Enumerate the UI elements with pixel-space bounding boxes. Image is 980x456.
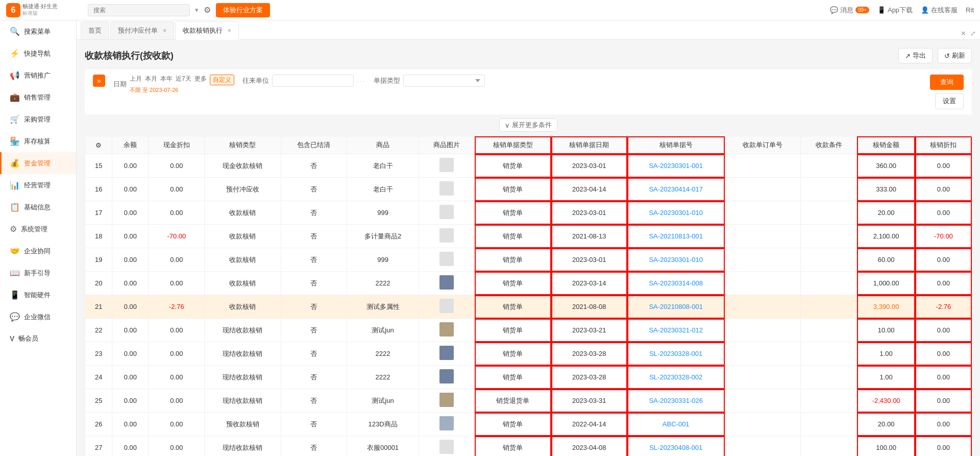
bill-no-link[interactable]: SA-20230331-026 xyxy=(649,397,703,404)
sidebar-item-shortcut[interactable]: ⚡ 快捷导航 xyxy=(0,42,76,64)
cell-bill-no[interactable]: SA-20230301-010 xyxy=(627,201,725,225)
app-badge: 标准版 xyxy=(22,10,58,17)
sidebar-item-guide[interactable]: 📖 新手引导 xyxy=(0,262,76,284)
cell-bill-no[interactable]: SL-20230408-001 xyxy=(627,436,725,457)
cell-bill-date: 2021-08-08 xyxy=(551,295,627,319)
bill-no-link[interactable]: SL-20230408-001 xyxy=(649,444,702,451)
tab-close-all-icon[interactable]: ✕ xyxy=(961,30,966,37)
cell-goods: 2222 xyxy=(347,272,419,295)
cell-bill-no[interactable]: SA-20230331-026 xyxy=(627,389,725,413)
cell-receipt-condition xyxy=(801,154,857,178)
date-more[interactable]: 更多 xyxy=(194,75,207,85)
guide-icon: 📖 xyxy=(10,268,20,278)
date-last-month[interactable]: 上月 xyxy=(130,75,142,85)
app-download-btn[interactable]: 📱 App下载 xyxy=(877,6,913,15)
cell-bill-type: 销货退货单 xyxy=(475,389,551,413)
user-name-btn[interactable]: Rit xyxy=(966,6,974,14)
export-label: 导出 xyxy=(913,51,926,60)
download-icon: 📱 xyxy=(877,6,886,14)
cell-writeoff-amount: 1.00 xyxy=(857,366,915,389)
cell-bill-no[interactable]: SL-20230328-001 xyxy=(627,342,725,366)
expand-icon: ∨ xyxy=(505,122,510,129)
sidebar-item-purchase[interactable]: 🛒 采购管理 xyxy=(0,108,76,130)
online-service-btn[interactable]: 👤 在线客服 xyxy=(921,6,958,15)
cell-bill-no[interactable]: SA-20230321-012 xyxy=(627,319,725,342)
filter-date-links: 上月 本月 本年 近7天 更多 自定义 不限 至 2023-07-26 xyxy=(130,75,234,94)
col-header-goods: 商品 xyxy=(347,136,419,154)
col-header-receipt-order-no: 收款单订单号 xyxy=(725,136,801,154)
cell-bill-no[interactable]: SA-20230301-001 xyxy=(627,154,725,178)
cell-num: 24 xyxy=(85,366,112,389)
bill-no-link[interactable]: SL-20230328-002 xyxy=(649,373,702,381)
sidebar-item-inventory[interactable]: 🏪 库存核算 xyxy=(0,130,76,152)
query-btn[interactable]: 查询 xyxy=(930,75,964,90)
sidebar-item-collab[interactable]: 🤝 企业协同 xyxy=(0,240,76,262)
cell-balance: 0.00 xyxy=(112,225,149,248)
cell-writeoff-discount: -2.76 xyxy=(915,295,971,319)
sidebar-item-marketing[interactable]: 📢 营销推广 xyxy=(0,64,76,86)
from-unit-input[interactable] xyxy=(272,75,354,87)
cell-include-settled: 否 xyxy=(281,225,347,248)
tab-prepay[interactable]: 预付冲应付单 × xyxy=(110,21,174,39)
sidebar-item-operation[interactable]: 📊 经营管理 xyxy=(0,174,76,196)
date-this-month[interactable]: 本月 xyxy=(145,75,157,85)
export-btn[interactable]: ↗ 导出 xyxy=(898,48,933,63)
cell-bill-no[interactable]: SL-20230328-002 xyxy=(627,366,725,389)
table-row: 15 0.00 0.00 现金收款核销 否 老白干 销货单 2023-03-01… xyxy=(85,154,972,178)
filter-toggle-btn[interactable]: » xyxy=(93,75,105,87)
cell-bill-no[interactable]: SA-20230314-008 xyxy=(627,272,725,295)
dropdown-arrow[interactable]: ▾ xyxy=(195,6,199,14)
sidebar-label-purchase: 采购管理 xyxy=(24,115,51,124)
cell-bill-no[interactable]: SA-20230301-010 xyxy=(627,248,725,272)
sidebar-label-operation: 经营管理 xyxy=(24,181,51,190)
sidebar-item-vip[interactable]: V 畅会员 xyxy=(0,328,76,349)
sidebar-item-sales[interactable]: 💼 销售管理 xyxy=(0,86,76,108)
expand-more-btn[interactable]: ∨ 展开更多条件 xyxy=(499,118,557,132)
cell-writeoff-discount: 0.00 xyxy=(915,201,971,225)
sidebar-item-search[interactable]: 🔍 搜索菜单 xyxy=(0,20,76,42)
bill-no-link[interactable]: SA-20230414-017 xyxy=(649,185,703,193)
col-header-bill-date: 核销单据日期 xyxy=(551,136,627,154)
cell-bill-no[interactable]: SA-20230414-017 xyxy=(627,178,725,201)
sidebar-item-wechat[interactable]: 💬 企业微信 xyxy=(0,306,76,328)
message-btn[interactable]: 💬 消息 99+ xyxy=(830,6,869,15)
cell-goods-img xyxy=(419,366,475,389)
tab-home[interactable]: 首页 xyxy=(81,21,109,39)
bill-no-link[interactable]: SA-20230301-001 xyxy=(649,162,703,170)
refresh-btn[interactable]: ↺ 刷新 xyxy=(938,48,972,63)
col-header-gear[interactable]: ⚙ xyxy=(85,136,112,154)
date-this-year[interactable]: 本年 xyxy=(160,75,173,85)
sidebar-item-basic[interactable]: 📋 基础信息 xyxy=(0,196,76,218)
bill-no-link[interactable]: SL-20230328-001 xyxy=(649,350,702,357)
sidebar-item-system[interactable]: ⚙ 系统管理 xyxy=(0,218,76,240)
cell-goods-img xyxy=(419,225,475,248)
tab-prepay-close[interactable]: × xyxy=(163,27,166,34)
date-custom[interactable]: 自定义 xyxy=(210,75,234,85)
bill-no-link[interactable]: SA-20230314-008 xyxy=(649,279,703,287)
cell-balance: 0.00 xyxy=(112,436,149,457)
sidebar-item-finance[interactable]: 💰 资金管理 xyxy=(0,152,76,174)
cell-bill-no[interactable]: ABC-001 xyxy=(627,413,725,436)
search-input[interactable] xyxy=(88,4,190,16)
tab-expand-icon[interactable]: ⤢ xyxy=(970,30,976,37)
tab-receipt-writeoff[interactable]: 收款核销执行 × xyxy=(175,21,239,40)
bill-no-link[interactable]: SA-20230301-010 xyxy=(649,256,703,263)
cell-bill-no[interactable]: SA-20210808-001 xyxy=(627,295,725,319)
bill-no-link[interactable]: SA-20210813-001 xyxy=(649,232,703,240)
tab-receipt-close[interactable]: × xyxy=(228,27,231,34)
date-7days[interactable]: 近7天 xyxy=(176,75,191,85)
bill-type-select[interactable] xyxy=(403,75,485,87)
cell-writeoff-discount: 0.00 xyxy=(915,389,971,413)
table-row: 21 0.00 -2.76 收款核销 否 测试多属性 销货单 2021-08-0… xyxy=(85,295,972,319)
gear-settings-button[interactable]: ⚙ xyxy=(204,5,211,15)
filter-settings-btn[interactable]: 设置 xyxy=(935,93,964,109)
cell-receipt-condition xyxy=(801,201,857,225)
cell-bill-no[interactable]: SA-20210813-001 xyxy=(627,225,725,248)
bill-no-link[interactable]: SA-20230301-010 xyxy=(649,209,703,217)
bill-no-link[interactable]: ABC-001 xyxy=(663,420,690,428)
industry-btn[interactable]: 体验行业方案 xyxy=(216,3,270,17)
filter-bill-type: 单据类型 xyxy=(374,75,485,87)
sidebar-item-hardware[interactable]: 📱 智能硬件 xyxy=(0,284,76,306)
bill-no-link[interactable]: SA-20210808-001 xyxy=(649,303,703,310)
bill-no-link[interactable]: SA-20230321-012 xyxy=(649,326,703,334)
